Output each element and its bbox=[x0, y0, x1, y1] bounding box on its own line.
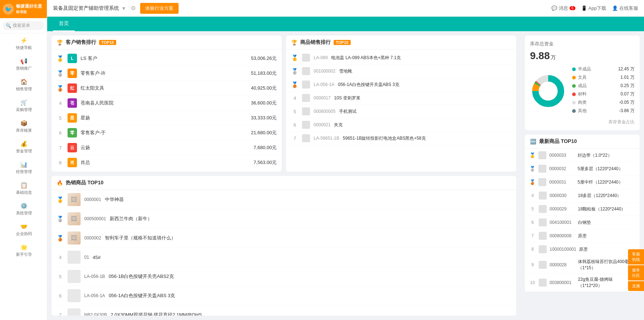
system-icon: ⚙️ bbox=[20, 202, 28, 209]
newest-product-image bbox=[538, 165, 546, 173]
app-download-label: App下载 bbox=[588, 5, 606, 12]
operations-label: 经营管理 bbox=[16, 169, 32, 175]
hot-product-code: 01 bbox=[84, 255, 89, 260]
product-ranking-badge: TOP10 bbox=[334, 40, 351, 45]
sidebar-item-marketing[interactable]: 📢 营销推广 bbox=[0, 54, 47, 75]
customer-name: 云扬 bbox=[81, 144, 250, 151]
customer-value: 7,680.00元 bbox=[253, 144, 277, 151]
sidebar-item-operations[interactable]: 📊 经营管理 bbox=[0, 157, 47, 178]
sidebar-item-purchase[interactable]: 🛒 采购管理 bbox=[0, 95, 47, 116]
rank-number: 9 bbox=[529, 262, 536, 267]
customer-avatar: L bbox=[68, 54, 77, 63]
float-buttons: 客服热线服务社区直播 bbox=[628, 249, 644, 291]
tab-home[interactable]: 首页 bbox=[53, 17, 75, 31]
product-rank-item: 5 000800005 手机测试 bbox=[286, 105, 516, 118]
sidebar-item-enterprise[interactable]: 🤝 企业协同 bbox=[0, 220, 47, 240]
sidebar-item-inventory[interactable]: 📦 库存核算 bbox=[0, 116, 47, 137]
customer-rank-item: 5 星 星扬 33,333.00元 bbox=[52, 111, 282, 126]
newest-product-name: 体韩荔枝味苏打饮品400毫升（1*15） bbox=[578, 259, 635, 271]
product-code: LA-056-1A bbox=[314, 82, 334, 87]
message-label: 消息 bbox=[559, 5, 568, 12]
medal-bronze-icon: 🥉 bbox=[291, 81, 298, 88]
product-rank-item: 6 0000021 夹克 bbox=[286, 118, 516, 132]
newest-product-item: 9 0000028 体韩荔枝味苏打饮品400毫升（1*15） bbox=[525, 256, 640, 274]
app-download-btn[interactable]: 📱 App下载 bbox=[581, 5, 606, 12]
product-img-placeholder bbox=[302, 134, 310, 142]
hot-product-name: 056-1A白色按键开关盖ABS 3克 bbox=[109, 292, 175, 299]
product-rank-info: 001000002 雪地靴 bbox=[314, 68, 511, 74]
newest-product-item: 4 0000030 18多层（1220*2440） bbox=[525, 189, 640, 202]
customer-avatar: 苍 bbox=[68, 98, 77, 108]
newest-product-item: 🥈 0000032 5厘多层（1220*2440） bbox=[525, 162, 640, 176]
search-menu-label: 搜索菜单 bbox=[13, 22, 30, 29]
message-badge: 6 bbox=[570, 6, 575, 10]
customer-value: 36,600.00元 bbox=[251, 100, 277, 106]
rank-number: 5 bbox=[57, 274, 64, 279]
sidebar-search-area[interactable]: 🔍 搜索菜单 bbox=[0, 18, 47, 33]
customer-ranking-header: 🏆 客户销售排行 TOP10 bbox=[52, 36, 282, 50]
newest-product-item: 5 0000029 18颗粒板（1220*2440） bbox=[525, 202, 640, 216]
message-btn[interactable]: 💬 消息 6 bbox=[551, 5, 575, 12]
trial-btn[interactable]: 体验行业方案 bbox=[140, 3, 179, 14]
medal-silver-icon: 🥈 bbox=[57, 70, 64, 77]
hot-product-image: 🖼 bbox=[68, 231, 81, 245]
product-rank-info: 000800005 手机测试 bbox=[314, 108, 511, 115]
inventory-label: 库存核算 bbox=[16, 128, 32, 133]
rank-number: 8 bbox=[529, 247, 536, 252]
newest-product-image bbox=[539, 261, 547, 269]
customer-rank-item: 🥈 零 零售客户-许 51,183.00元 bbox=[52, 66, 282, 81]
medal-bronze-icon: 🥉 bbox=[57, 85, 64, 92]
newest-product-image bbox=[539, 279, 547, 287]
customer-avatar: 云 bbox=[68, 143, 77, 152]
sidebar-item-system[interactable]: ⚙️ 系统管理 bbox=[0, 199, 47, 220]
product-rank-item: 🥈 001000002 雪地靴 bbox=[286, 65, 516, 78]
legend-item: 半成品 12.45 万 bbox=[572, 66, 635, 72]
customer-avatar: 红 bbox=[68, 83, 77, 93]
customer-rank-item: 6 零 零售客户-于 21,680.00元 bbox=[52, 126, 282, 140]
customer-value: 51,183.00元 bbox=[251, 70, 277, 77]
right-panel: 库存总资金 9.88万 bbox=[521, 31, 644, 320]
legend-dot bbox=[572, 93, 576, 96]
sidebar-item-basic-info[interactable]: 📋 基础信息 bbox=[0, 178, 47, 199]
rank-number: 6 bbox=[57, 293, 64, 299]
hot-product-item: 🥇 🖼 0000001 中华神器 bbox=[52, 190, 516, 209]
legend-item: 成品 0.25 万 bbox=[572, 83, 635, 89]
sidebar-item-quick-nav[interactable]: ⚡ 快捷导航 bbox=[0, 33, 47, 54]
rank-number: 5 bbox=[57, 115, 64, 121]
newest-product-code: 0000033 bbox=[549, 153, 575, 158]
newest-product-code: 0000031 bbox=[549, 180, 575, 185]
float-btn-1[interactable]: 服务社区 bbox=[628, 265, 644, 280]
online-service-btn[interactable]: 👤 在线客服 bbox=[612, 5, 638, 12]
settings-gear-icon[interactable]: ⚙ bbox=[131, 5, 136, 12]
dropdown-arrow-icon[interactable]: ▼ bbox=[121, 5, 126, 11]
sidebar-item-sales[interactable]: 🏠 销售管理 bbox=[0, 75, 47, 95]
float-btn-0[interactable]: 客服热线 bbox=[628, 249, 644, 264]
customer-rank-item: 7 云 云扬 7,680.00元 bbox=[52, 140, 282, 155]
legend-dot bbox=[572, 67, 576, 71]
rank-number: 4 bbox=[57, 100, 64, 106]
product-trophy-icon: 🏆 bbox=[291, 40, 297, 45]
legend-value: -0.05 万 bbox=[619, 99, 635, 106]
customer-name: LS 客户 bbox=[81, 55, 247, 62]
float-btn-2[interactable]: 直播 bbox=[628, 281, 644, 291]
hot-product-item: 4 01 45# bbox=[52, 248, 516, 267]
newest-product-code: 10000100001 bbox=[550, 247, 576, 252]
sidebar-item-finance[interactable]: 💰 资金管理 bbox=[0, 137, 47, 157]
product-ranking-title: 商品销售排行 bbox=[300, 39, 331, 46]
newest-product-code: 003800001 bbox=[550, 280, 575, 285]
sales-icon: 🏠 bbox=[20, 78, 28, 85]
legend-label: 肉类 bbox=[578, 99, 617, 106]
customer-name: 零售客户-于 bbox=[81, 130, 247, 136]
customer-avatar: 零 bbox=[68, 128, 77, 138]
quick-nav-icon: ⚡ bbox=[20, 37, 28, 44]
sidebar-item-guide[interactable]: 🌟 新手引导 bbox=[0, 240, 47, 261]
customer-avatar: 肖 bbox=[68, 158, 77, 167]
customer-rank-item: 🥇 L LS 客户 53,006.26元 bbox=[52, 51, 282, 66]
message-icon: 💬 bbox=[551, 5, 557, 11]
newest-products-list: 🥇 0000033 封边带（1.0*22） 🥈 0000032 5厘多层（122… bbox=[525, 149, 640, 292]
legend-value: 0.07 万 bbox=[620, 91, 635, 97]
rank-number: 6 bbox=[529, 220, 536, 225]
product-name: 夹克 bbox=[334, 122, 343, 127]
search-menu-btn[interactable]: 🔍 搜索菜单 bbox=[3, 21, 44, 30]
app-subtitle: 标准版 bbox=[16, 9, 42, 15]
